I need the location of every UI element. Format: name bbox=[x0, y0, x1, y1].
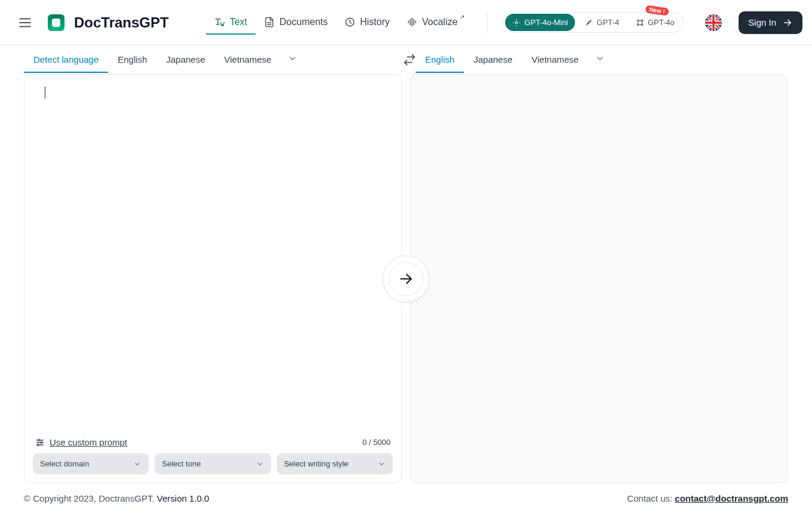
style-selectors: Select domain Select tone Select writing… bbox=[33, 453, 393, 474]
menu-button[interactable] bbox=[11, 8, 39, 37]
model-option-gpt4[interactable]: GPT-4 bbox=[577, 14, 626, 31]
domain-select-placeholder: Select domain bbox=[40, 459, 89, 468]
target-lang-vietnamese[interactable]: Vietnamese bbox=[522, 47, 588, 73]
sparkle-icon bbox=[512, 19, 521, 27]
sign-in-button[interactable]: Sign In bbox=[739, 11, 802, 34]
header-divider bbox=[487, 12, 488, 33]
app-logo bbox=[48, 14, 64, 31]
model-option-gpt4o[interactable]: GPT-4o bbox=[629, 14, 682, 31]
model-label: GPT-4o bbox=[648, 18, 675, 27]
source-lang-detect[interactable]: Detect language bbox=[24, 47, 108, 73]
source-lang-english[interactable]: English bbox=[108, 47, 156, 73]
source-lang-vietnamese[interactable]: Vietnamese bbox=[215, 47, 281, 73]
copyright-text: © Copyright 2023, DoctransGPT. bbox=[24, 493, 157, 503]
text-cursor bbox=[45, 87, 45, 99]
svg-point-21 bbox=[38, 439, 40, 441]
sliders-icon bbox=[35, 438, 45, 447]
model-label: GPT-4 bbox=[596, 18, 619, 27]
tab-vocalize[interactable]: Vocalize ↗ bbox=[398, 11, 476, 35]
footer-row: Use custom prompt 0 / 5000 bbox=[33, 437, 393, 447]
tab-history-label: History bbox=[360, 17, 390, 27]
svg-point-23 bbox=[41, 441, 42, 443]
source-lang-more-button[interactable] bbox=[281, 47, 304, 73]
arrow-right-icon bbox=[398, 271, 414, 287]
target-lang-english[interactable]: English bbox=[416, 47, 464, 73]
history-icon bbox=[345, 17, 355, 27]
source-pane: Use custom prompt 0 / 5000 Select domain… bbox=[24, 74, 402, 483]
tab-text-label: Text bbox=[230, 17, 247, 27]
language-switch-button[interactable] bbox=[705, 14, 722, 31]
tone-select-placeholder: Select tone bbox=[162, 459, 201, 468]
contact-email-link[interactable]: contact@doctransgpt.com bbox=[675, 493, 788, 503]
tab-text[interactable]: Text bbox=[206, 11, 256, 35]
source-text-input[interactable] bbox=[24, 75, 401, 431]
tab-vocalize-label: Vocalize bbox=[422, 17, 458, 27]
tab-documents[interactable]: Documents bbox=[256, 11, 336, 35]
svg-point-25 bbox=[37, 444, 39, 446]
chevron-down-icon bbox=[377, 460, 386, 468]
translate-button[interactable] bbox=[383, 256, 429, 302]
node-icon bbox=[636, 19, 644, 27]
sign-in-label: Sign In bbox=[748, 17, 776, 27]
app-header: DocTransGPT Text Documents History Vocal… bbox=[0, 0, 812, 45]
rocket-icon bbox=[585, 19, 593, 27]
app-title: DocTransGPT bbox=[74, 14, 169, 31]
external-link-icon: ↗ bbox=[460, 14, 465, 20]
chevron-down-icon bbox=[288, 54, 297, 63]
translate-icon bbox=[214, 17, 225, 27]
model-selector: New ! GPT-4o-Mini GPT-4 GPT-4o bbox=[503, 12, 683, 33]
svg-point-14 bbox=[637, 24, 638, 25]
svg-point-15 bbox=[641, 24, 642, 25]
tab-documents-label: Documents bbox=[279, 17, 328, 27]
logo-icon bbox=[48, 14, 64, 31]
swap-icon bbox=[403, 53, 416, 66]
svg-point-11 bbox=[516, 21, 518, 24]
target-lang-japanese[interactable]: Japanese bbox=[464, 47, 522, 73]
swap-languages-button[interactable] bbox=[401, 51, 418, 68]
source-lang-japanese[interactable]: Japanese bbox=[156, 47, 214, 73]
main-content: Use custom prompt 0 / 5000 Select domain… bbox=[0, 74, 812, 483]
footer-right: Contact us: contact@doctransgpt.com bbox=[627, 493, 788, 503]
contact-prefix: Contact us: bbox=[627, 493, 675, 503]
target-lang-more-button[interactable] bbox=[588, 47, 612, 73]
tab-history[interactable]: History bbox=[336, 11, 398, 35]
domain-select[interactable]: Select domain bbox=[33, 453, 149, 474]
arrow-right-icon bbox=[782, 17, 793, 28]
custom-prompt-button[interactable]: Use custom prompt bbox=[35, 437, 127, 447]
version-text: Version 1.0.0 bbox=[157, 493, 210, 503]
primary-nav: Text Documents History Vocalize ↗ bbox=[206, 11, 476, 35]
style-select-placeholder: Select writing style bbox=[284, 459, 349, 468]
tone-select[interactable]: Select tone bbox=[155, 453, 270, 474]
model-label: GPT-4o-Mini bbox=[524, 18, 568, 27]
svg-point-13 bbox=[641, 20, 642, 21]
page-footer: © Copyright 2023, DoctransGPT. Version 1… bbox=[0, 483, 812, 513]
source-pane-footer: Use custom prompt 0 / 5000 Select domain… bbox=[24, 431, 401, 483]
footer-left: © Copyright 2023, DoctransGPT. Version 1… bbox=[24, 493, 209, 503]
chevron-down-icon bbox=[133, 460, 142, 468]
language-bar: Detect language English Japanese Vietnam… bbox=[0, 45, 812, 74]
model-option-gpt4o-mini[interactable]: GPT-4o-Mini bbox=[505, 14, 575, 31]
uk-flag-icon bbox=[705, 14, 722, 31]
style-select[interactable]: Select writing style bbox=[277, 453, 393, 474]
svg-point-12 bbox=[637, 20, 638, 21]
character-count: 0 / 5000 bbox=[362, 438, 390, 447]
target-pane bbox=[410, 74, 788, 483]
chevron-down-icon bbox=[256, 460, 264, 468]
target-language-tabs: English Japanese Vietnamese bbox=[394, 47, 788, 73]
chevron-down-icon bbox=[595, 54, 605, 63]
source-language-tabs: Detect language English Japanese Vietnam… bbox=[0, 47, 394, 73]
custom-prompt-label: Use custom prompt bbox=[50, 437, 127, 447]
document-icon bbox=[264, 17, 275, 27]
waveform-icon bbox=[407, 17, 417, 27]
